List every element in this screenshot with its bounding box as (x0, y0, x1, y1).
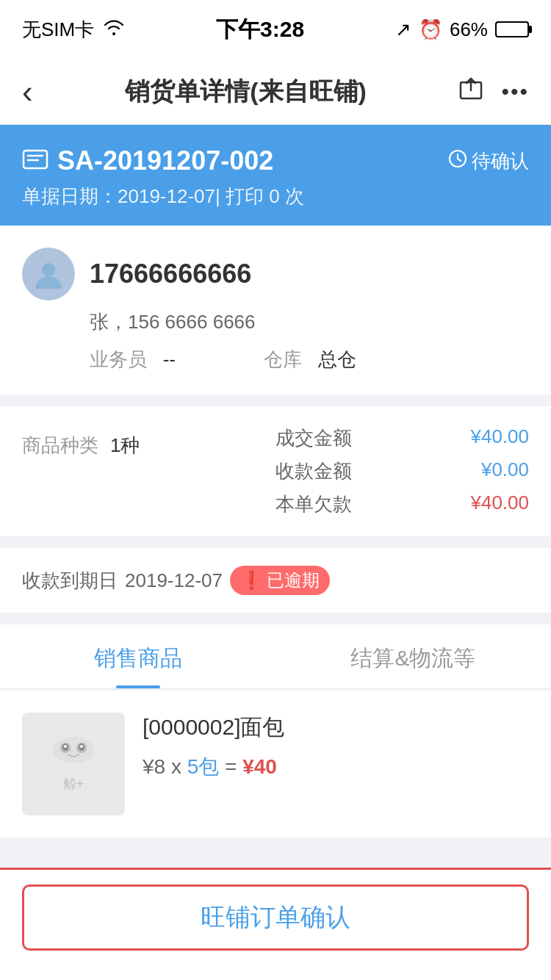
svg-point-4 (53, 737, 94, 763)
nav-bar: ‹ 销货单详情(来自旺铺) ••• (0, 59, 551, 125)
debt-row: 本单欠款 ¥40.00 (276, 491, 529, 517)
price-text: ¥8 x (143, 755, 187, 778)
page-title: 销货单详情(来自旺铺) (125, 75, 367, 109)
overdue-card: 收款到期日 2019-12-07 ❗ 已逾期 (0, 548, 551, 613)
category-value: 1种 (110, 433, 140, 458)
warehouse-value: 总仓 (318, 348, 356, 370)
customer-name: 张，156 6666 6666 (90, 309, 529, 335)
product-price: ¥8 x 5包 = ¥40 (143, 753, 529, 781)
order-icon (22, 145, 48, 176)
location-icon: ↗ (395, 18, 411, 41)
order-header-card: SA-20191207-002 待确认 单据日期：2019-12-07| 打印 … (0, 125, 551, 226)
status-bar: 无SIM卡 下午3:28 ↗ ⏰ 66% (0, 0, 551, 59)
overdue-badge: ❗ 已逾期 (230, 566, 330, 595)
amount-row: 成交金额 ¥40.00 (276, 425, 529, 451)
received-label: 收款金额 (276, 458, 352, 484)
debt-label: 本单欠款 (276, 491, 352, 517)
due-date: 2019-12-07 (125, 569, 223, 592)
due-date-label: 收款到期日 (22, 568, 118, 594)
category-label: 商品种类 (22, 433, 98, 458)
more-button[interactable]: ••• (501, 79, 529, 104)
received-row: 收款金额 ¥0.00 (276, 458, 529, 484)
amounts-section: 成交金额 ¥40.00 收款金额 ¥0.00 本单欠款 ¥40.00 (276, 425, 529, 517)
bottom-bar: 旺铺订单确认 (0, 868, 551, 980)
status-time: 下午3:28 (216, 15, 304, 45)
price-qty: 5包 (187, 755, 220, 778)
svg-point-3 (42, 263, 55, 276)
debt-value: ¥40.00 (470, 491, 529, 517)
table-row: 鲸+ [0000002]面包 ¥8 x 5包 = ¥40 (0, 691, 551, 838)
tabs-bar: 销售商品 结算&物流等 (0, 624, 551, 689)
product-thumbnail: 鲸+ (22, 713, 125, 815)
summary-card: 商品种类 1种 成交金额 ¥40.00 收款金额 ¥0.00 本单欠款 ¥40.… (0, 406, 551, 536)
nav-actions: ••• (458, 76, 529, 107)
eq-text: = (219, 755, 242, 778)
svg-point-10 (80, 745, 83, 748)
amount-label: 成交金额 (276, 425, 352, 451)
avatar (22, 248, 75, 300)
tab-settlement-logistics[interactable]: 结算&物流等 (276, 624, 551, 688)
order-id-row: SA-20191207-002 待确认 (22, 145, 529, 176)
sales-value: -- (163, 348, 176, 370)
confirm-button[interactable]: 旺铺订单确认 (22, 884, 529, 951)
status-left: 无SIM卡 (22, 17, 125, 43)
customer-phone: 17666666666 (90, 259, 251, 289)
product-logo: 鲸+ (48, 735, 99, 793)
battery-icon (495, 21, 529, 37)
battery-percent: 66% (450, 18, 488, 41)
sales-label: 业务员 (90, 348, 147, 370)
sim-text: 无SIM卡 (22, 17, 94, 43)
product-name: [0000002]面包 (143, 713, 529, 743)
overdue-text: 已逾期 (267, 569, 320, 592)
customer-row: 17666666666 (22, 248, 529, 300)
product-info: [0000002]面包 ¥8 x 5包 = ¥40 (143, 713, 529, 815)
warehouse-label: 仓库 (264, 348, 302, 370)
alarm-icon: ⏰ (419, 18, 442, 41)
back-button[interactable]: ‹ (22, 73, 33, 110)
status-right: ↗ ⏰ 66% (395, 18, 529, 41)
customer-card: 17666666666 张，156 6666 6666 业务员 -- 仓库 总仓 (0, 226, 551, 394)
product-logo-text: 鲸+ (63, 775, 84, 793)
order-id: SA-20191207-002 (22, 145, 273, 176)
overdue-exclaim-icon: ❗ (240, 570, 262, 591)
amount-value: ¥40.00 (470, 425, 529, 451)
order-status: 待确认 (448, 148, 529, 174)
order-date: 单据日期：2019-12-07| 打印 0 次 (22, 184, 529, 209)
wifi-icon (103, 18, 125, 41)
share-button[interactable] (458, 76, 483, 107)
tab-sales-products[interactable]: 销售商品 (0, 624, 276, 688)
received-value: ¥0.00 (481, 458, 529, 484)
clock-icon (448, 149, 467, 173)
customer-meta: 业务员 -- 仓库 总仓 (90, 347, 529, 372)
category-section: 商品种类 1种 (22, 425, 276, 458)
price-total: ¥40 (242, 755, 277, 778)
product-list: 鲸+ [0000002]面包 ¥8 x 5包 = ¥40 (0, 691, 551, 838)
svg-point-9 (64, 745, 67, 748)
